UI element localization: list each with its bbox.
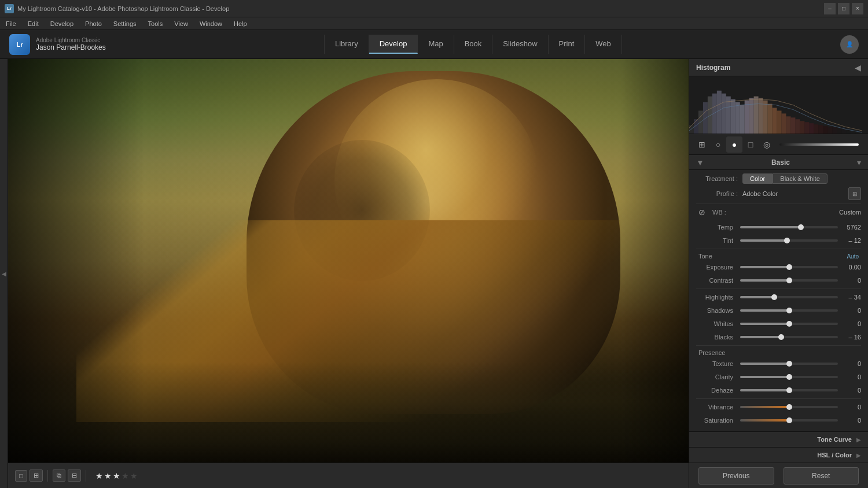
nav-develop[interactable]: Develop: [369, 35, 418, 54]
menu-develop[interactable]: Develop: [49, 20, 75, 27]
menu-window[interactable]: Window: [198, 20, 223, 27]
svg-rect-3: [703, 102, 708, 134]
single-view-btn[interactable]: □: [15, 470, 27, 482]
dehaze-slider[interactable]: [740, 389, 838, 391]
minimize-button[interactable]: –: [824, 3, 836, 14]
blacks-row: Blacks – 16: [696, 331, 861, 343]
close-button[interactable]: ×: [852, 3, 863, 14]
menu-help[interactable]: Help: [233, 20, 248, 27]
exposure-preview-slider[interactable]: [779, 143, 859, 146]
histogram-title: Histogram: [696, 64, 730, 72]
menu-file[interactable]: File: [5, 20, 17, 27]
profile-browse-btn[interactable]: ⊞: [848, 187, 861, 200]
radial-tool[interactable]: ◎: [759, 136, 775, 153]
highlights-slider[interactable]: [740, 296, 838, 298]
whites-slider[interactable]: [740, 323, 838, 325]
grid-view-btn[interactable]: ⊞: [30, 469, 43, 482]
user-avatar[interactable]: 👤: [840, 35, 859, 54]
nav-map[interactable]: Map: [418, 35, 454, 54]
hsl-color-section: HSL / Color ▶: [689, 448, 868, 463]
exposure-thumb[interactable]: [786, 264, 792, 270]
tint-slider[interactable]: [740, 239, 838, 242]
clarity-slider[interactable]: [740, 376, 838, 378]
whites-thumb[interactable]: [786, 321, 792, 327]
blacks-slider[interactable]: [740, 336, 838, 338]
nav-print[interactable]: Print: [549, 35, 586, 54]
wb-eyedropper[interactable]: ⊘: [696, 206, 708, 218]
svg-rect-21: [786, 116, 790, 134]
shadows-slider[interactable]: [740, 309, 838, 312]
treatment-color-btn[interactable]: Color: [742, 173, 773, 184]
color-tool[interactable]: ●: [726, 136, 742, 153]
star-rating: ★ ★ ★ ★ ★: [95, 471, 138, 480]
saturation-slider[interactable]: [740, 419, 838, 422]
menu-edit[interactable]: Edit: [27, 20, 40, 27]
star-3[interactable]: ★: [113, 471, 120, 480]
menu-photo[interactable]: Photo: [84, 20, 103, 27]
temp-row: Temp 5762: [696, 221, 861, 233]
clarity-thumb[interactable]: [786, 374, 792, 380]
blacks-fill: [740, 336, 781, 338]
svg-rect-11: [740, 105, 745, 134]
vibrance-thumb[interactable]: [786, 404, 792, 410]
svg-rect-32: [837, 128, 841, 134]
highlights-label: Highlights: [696, 294, 738, 301]
blacks-thumb[interactable]: [778, 334, 784, 340]
whites-fill: [740, 323, 789, 325]
vibrance-slider[interactable]: [740, 406, 838, 408]
histogram-collapse[interactable]: ◀: [855, 63, 861, 72]
survey-btn[interactable]: ⊟: [68, 469, 81, 482]
texture-thumb[interactable]: [786, 361, 792, 367]
compare-btn[interactable]: ⧉: [53, 469, 65, 482]
hsl-color-header[interactable]: HSL / Color ▶: [689, 448, 868, 463]
maximize-button[interactable]: □: [838, 3, 849, 14]
header-nav: Lr Adobe Lightroom Classic Jason Parnell…: [0, 30, 868, 59]
basic-collapse-arrow[interactable]: ▼: [696, 158, 704, 167]
tone-curve-arrow: ▶: [856, 437, 861, 443]
contrast-thumb[interactable]: [786, 278, 792, 283]
title-bar-controls[interactable]: – □ ×: [824, 3, 863, 14]
nav-slideshow[interactable]: Slideshow: [492, 35, 548, 54]
crop-tool[interactable]: ⊞: [694, 136, 710, 153]
star-2[interactable]: ★: [104, 471, 112, 480]
tone-curve-header[interactable]: Tone Curve ▶: [689, 432, 868, 447]
temp-thumb[interactable]: [798, 224, 804, 230]
shadows-thumb[interactable]: [786, 308, 792, 313]
dehaze-thumb[interactable]: [786, 387, 792, 393]
star-5[interactable]: ★: [130, 471, 138, 480]
whites-row: Whites 0: [696, 318, 861, 330]
histogram-header: Histogram ◀: [689, 59, 868, 76]
svg-rect-23: [795, 119, 800, 134]
dehaze-value: 0: [840, 387, 861, 394]
highlights-thumb[interactable]: [771, 294, 777, 300]
gradient-tool[interactable]: □: [742, 136, 759, 153]
menu-tools[interactable]: Tools: [147, 20, 164, 27]
contrast-slider[interactable]: [740, 279, 838, 282]
temp-slider[interactable]: [740, 226, 838, 228]
menu-settings[interactable]: Settings: [112, 20, 138, 27]
vibrance-row: Vibrance 0: [696, 401, 861, 413]
menu-view[interactable]: View: [173, 20, 189, 27]
basic-options[interactable]: ▾: [857, 158, 861, 167]
nav-web[interactable]: Web: [585, 35, 622, 54]
star-4[interactable]: ★: [122, 471, 129, 480]
reset-button[interactable]: Reset: [784, 467, 859, 485]
svg-rect-28: [818, 125, 823, 134]
treatment-bw-btn[interactable]: Black & White: [773, 173, 827, 184]
hsl-color-title: HSL / Color: [817, 452, 852, 459]
shadows-fill: [740, 309, 789, 312]
contrast-row: Contrast 0: [696, 275, 861, 286]
exposure-slider[interactable]: [740, 266, 838, 268]
nav-book[interactable]: Book: [454, 35, 493, 54]
svg-rect-20: [781, 113, 786, 134]
texture-slider[interactable]: [740, 363, 838, 365]
tone-auto-btn[interactable]: Auto: [847, 253, 859, 260]
left-panel-toggle[interactable]: ◀: [0, 59, 8, 488]
heal-tool[interactable]: ○: [710, 136, 726, 153]
nav-library[interactable]: Library: [324, 35, 369, 54]
star-1[interactable]: ★: [95, 471, 103, 480]
previous-button[interactable]: Previous: [698, 467, 774, 485]
nav-links: Library Develop Map Book Slideshow Print…: [324, 35, 622, 54]
saturation-thumb[interactable]: [786, 417, 792, 423]
tint-thumb[interactable]: [784, 238, 790, 243]
